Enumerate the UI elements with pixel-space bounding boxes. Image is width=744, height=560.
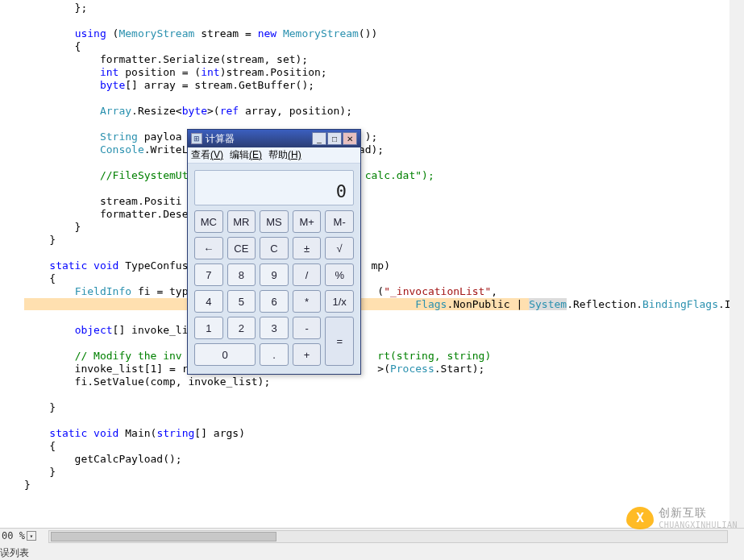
mr-button[interactable]: MR	[227, 210, 256, 233]
digit-0-button[interactable]: 0	[194, 343, 256, 366]
menu-help[interactable]: 帮助(H)	[268, 148, 301, 162]
zoom-value: 00 %	[2, 530, 25, 541]
calculator-icon: ⊞	[191, 133, 202, 144]
digit-2-button[interactable]: 2	[227, 317, 256, 339]
digit-7-button[interactable]: 7	[194, 263, 223, 286]
code-line: Array.Resize<byte>(ref array, position);	[24, 105, 352, 117]
code-line: {	[24, 440, 56, 452]
mplus-button[interactable]: M+	[293, 210, 322, 233]
reciprocal-button[interactable]: 1/x	[325, 290, 354, 313]
watermark-logo-icon	[626, 507, 654, 529]
code-editor[interactable]: }; using (MemoryStream stream = new Memo…	[0, 0, 744, 528]
error-list-label[interactable]: 误列表	[0, 546, 29, 560]
mc-button[interactable]: MC	[194, 210, 223, 233]
calculator-titlebar[interactable]: ⊞ 计算器 _ □ ✕	[188, 130, 360, 147]
code-line: byte[] array = stream.GetBuffer();	[24, 79, 314, 91]
calculator-window[interactable]: ⊞ 计算器 _ □ ✕ 查看(V) 编辑(E) 帮助(H) 0 MC MR MS…	[187, 129, 361, 375]
zoom-dropdown-icon[interactable]: ▾	[27, 531, 36, 541]
watermark-subtext: CHUANGXINHULIAN	[659, 521, 738, 529]
digit-4-button[interactable]: 4	[194, 290, 223, 313]
maximize-button[interactable]: □	[327, 132, 342, 145]
calculator-display: 0	[194, 170, 354, 205]
sqrt-button[interactable]: √	[325, 237, 354, 259]
code-line: formatter.Serialize(stream, set);	[24, 53, 308, 65]
code-line: using (MemoryStream stream = new MemoryS…	[24, 27, 377, 39]
c-button[interactable]: C	[260, 237, 289, 259]
divide-button[interactable]: /	[293, 263, 322, 286]
menu-edit[interactable]: 编辑(E)	[230, 148, 262, 162]
code-line: {	[24, 40, 81, 52]
code-line: };	[24, 2, 87, 14]
digit-3-button[interactable]: 3	[260, 317, 289, 339]
calculator-keypad: MC MR MS M+ M- ← CE C ± √ 7 8 9 / % 4 5 …	[188, 210, 360, 374]
plusminus-button[interactable]: ±	[293, 237, 322, 259]
equals-button[interactable]: =	[325, 317, 354, 366]
calculator-title: 计算器	[206, 132, 312, 146]
code-line: }	[24, 234, 56, 246]
code-line: getCalcPayload();	[24, 453, 182, 465]
backspace-button[interactable]: ←	[194, 237, 223, 259]
digit-6-button[interactable]: 6	[260, 290, 289, 313]
code-line: }	[24, 401, 56, 413]
ms-button[interactable]: MS	[260, 210, 289, 233]
code-line: }	[24, 479, 31, 491]
mminus-button[interactable]: M-	[325, 210, 354, 233]
calculator-menubar: 查看(V) 编辑(E) 帮助(H)	[188, 147, 360, 164]
code-line: object[] invoke_li	[24, 324, 189, 336]
code-line: int position = (int)stream.Position;	[24, 66, 327, 78]
menu-view[interactable]: 查看(V)	[191, 148, 223, 162]
minimize-button[interactable]: _	[312, 132, 326, 145]
code-line: stream.Positi	[24, 195, 182, 207]
status-bar: 00 % ▾ 误列表	[0, 528, 744, 560]
code-line: }	[24, 466, 56, 478]
watermark: 创新互联 CHUANGXINHULIAN	[626, 506, 738, 529]
multiply-button[interactable]: *	[293, 290, 322, 313]
vertical-scrollbar[interactable]	[729, 0, 744, 528]
digit-5-button[interactable]: 5	[227, 290, 256, 313]
digit-8-button[interactable]: 8	[227, 263, 256, 286]
subtract-button[interactable]: -	[293, 317, 322, 339]
watermark-text: 创新互联	[659, 506, 738, 521]
horizontal-scrollbar[interactable]	[48, 530, 728, 543]
ce-button[interactable]: CE	[227, 237, 256, 259]
code-line: }	[24, 221, 81, 233]
zoom-control[interactable]: 00 % ▾	[2, 530, 36, 541]
code-line: static void Main(string[] args)	[24, 427, 245, 439]
scrollbar-thumb[interactable]	[51, 532, 276, 541]
decimal-button[interactable]: .	[260, 343, 289, 366]
add-button[interactable]: +	[293, 343, 322, 366]
code-line: {	[24, 272, 56, 284]
digit-9-button[interactable]: 9	[260, 263, 289, 286]
code-line: formatter.Dese	[24, 208, 189, 220]
close-button[interactable]: ✕	[343, 132, 357, 145]
code-line: fi.SetValue(comp, invoke_list);	[24, 375, 270, 388]
percent-button[interactable]: %	[325, 263, 354, 286]
digit-1-button[interactable]: 1	[194, 317, 223, 339]
